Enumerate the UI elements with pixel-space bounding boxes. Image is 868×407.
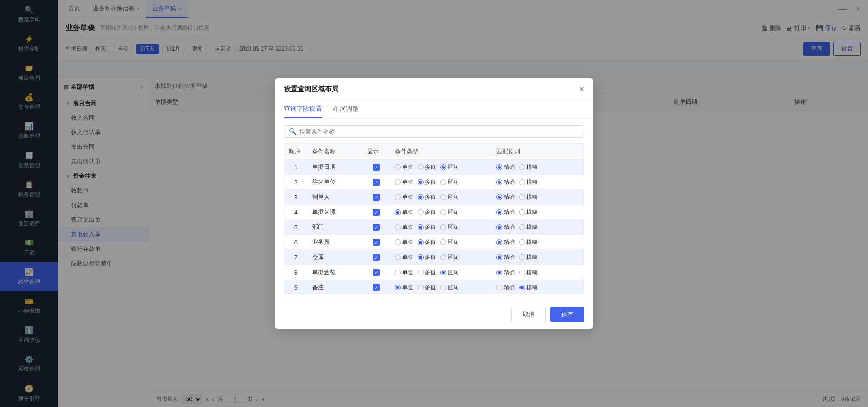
condition-search-input[interactable] xyxy=(299,128,579,135)
tab-query-fields[interactable]: 查询字段设置 xyxy=(284,100,322,118)
type-radio-type_single[interactable]: 单值 xyxy=(395,209,413,216)
type-radio-type_single[interactable]: 单值 xyxy=(395,178,413,186)
cell-match[interactable]: 精确模糊 xyxy=(492,160,584,175)
cell-order: 1 xyxy=(284,160,308,175)
match-radio-match_fuzzy[interactable]: 模糊 xyxy=(519,193,537,201)
cell-type[interactable]: 单值多值区间 xyxy=(390,280,492,294)
cell-type[interactable]: 单值多值区间 xyxy=(390,235,492,250)
type-radio-type_multi[interactable]: 多值 xyxy=(418,284,436,291)
match-radio-match_fuzzy[interactable]: 模糊 xyxy=(519,239,537,246)
cell-match[interactable]: 精确模糊 xyxy=(492,280,584,294)
type-radio-type_range[interactable]: 区间 xyxy=(440,254,459,261)
cell-show[interactable]: ✓ xyxy=(363,220,390,235)
type-radio-type_multi[interactable]: 多值 xyxy=(418,239,436,246)
match-radio-match_exact[interactable]: 精确 xyxy=(496,239,515,246)
cell-match[interactable]: 精确模糊 xyxy=(492,190,584,205)
cell-order: 8 xyxy=(284,265,308,280)
cell-show[interactable]: ✓ xyxy=(363,190,390,205)
cell-show[interactable]: ✓ xyxy=(363,205,390,220)
type-radio-type_single[interactable]: 单值 xyxy=(395,224,413,231)
cell-type[interactable]: 单值多值区间 xyxy=(390,265,492,280)
cell-show[interactable]: ✓ xyxy=(363,235,390,250)
type-radio-type_single[interactable]: 单值 xyxy=(395,284,413,291)
type-radio-type_range[interactable]: 区间 xyxy=(440,284,459,291)
cell-match[interactable]: 精确模糊 xyxy=(492,220,584,235)
match-radio-match_exact[interactable]: 精确 xyxy=(496,193,515,201)
type-radio-type_single[interactable]: 单值 xyxy=(395,239,413,246)
cell-type[interactable]: 单值多值区间 xyxy=(390,250,492,265)
radio-circle xyxy=(496,239,502,245)
type-radio-type_range[interactable]: 区间 xyxy=(440,163,459,171)
type-radio-type_range[interactable]: 区间 xyxy=(440,209,459,216)
type-radio-type_multi[interactable]: 多值 xyxy=(418,209,436,216)
match-radio-match_fuzzy[interactable]: 模糊 xyxy=(519,284,537,291)
match-radio-match_exact[interactable]: 精确 xyxy=(496,209,515,216)
match-radio-match_exact[interactable]: 精确 xyxy=(496,178,515,186)
type-radio-type_range[interactable]: 区间 xyxy=(440,193,459,201)
match-radio-match_fuzzy[interactable]: 模糊 xyxy=(519,209,537,216)
match-radio-match_exact[interactable]: 精确 xyxy=(496,269,515,276)
cell-type[interactable]: 单值多值区间 xyxy=(390,160,492,175)
match-radio-match_exact[interactable]: 精确 xyxy=(496,254,515,261)
cell-order: 6 xyxy=(284,235,308,250)
type-radio-type_multi[interactable]: 多值 xyxy=(418,193,436,201)
type-radio-type_range[interactable]: 区间 xyxy=(440,178,459,186)
cell-show[interactable]: ✓ xyxy=(363,175,390,190)
tab-layout[interactable]: 布局调整 xyxy=(333,100,358,118)
match-radio-match_exact[interactable]: 精确 xyxy=(496,284,515,291)
cell-type[interactable]: 单值多值区间 xyxy=(390,205,492,220)
type-radio-type_single[interactable]: 单值 xyxy=(395,193,413,201)
show-checkbox[interactable]: ✓ xyxy=(373,209,380,216)
type-radio-type_single[interactable]: 单值 xyxy=(395,269,413,276)
cell-type[interactable]: 单值多值区间 xyxy=(390,190,492,205)
cancel-button[interactable]: 取消 xyxy=(511,307,546,322)
match-radio-match_fuzzy[interactable]: 模糊 xyxy=(519,269,537,276)
cell-match[interactable]: 精确模糊 xyxy=(492,235,584,250)
settings-dialog: 设置查询区域布局 × 查询字段设置 布局调整 🔍 xyxy=(275,78,593,329)
type-radio-group: 单值多值区间 xyxy=(395,284,487,291)
cell-show[interactable]: ✓ xyxy=(363,160,390,175)
dialog-footer: 取消 保存 xyxy=(275,300,593,329)
match-radio-match_exact[interactable]: 精确 xyxy=(496,163,515,171)
cell-show[interactable]: ✓ xyxy=(363,250,390,265)
show-checkbox[interactable]: ✓ xyxy=(373,179,380,186)
show-checkbox[interactable]: ✓ xyxy=(373,224,380,231)
save-dialog-button[interactable]: 保存 xyxy=(550,307,584,322)
show-checkbox[interactable]: ✓ xyxy=(373,284,380,291)
type-radio-type_single[interactable]: 单值 xyxy=(395,163,413,171)
type-radio-type_multi[interactable]: 多值 xyxy=(418,178,436,186)
type-radio-type_multi[interactable]: 多值 xyxy=(418,163,436,171)
show-checkbox[interactable]: ✓ xyxy=(373,164,380,171)
dialog-close-button[interactable]: × xyxy=(579,85,584,93)
match-radio-match_fuzzy[interactable]: 模糊 xyxy=(519,178,537,186)
settings-row: 3制单人✓单值多值区间精确模糊 xyxy=(284,190,584,205)
show-checkbox[interactable]: ✓ xyxy=(373,254,380,261)
type-radio-type_single[interactable]: 单值 xyxy=(395,254,413,261)
match-radio-match_fuzzy[interactable]: 模糊 xyxy=(519,254,537,261)
show-checkbox[interactable]: ✓ xyxy=(373,239,380,246)
type-radio-type_range[interactable]: 区间 xyxy=(440,269,459,276)
show-checkbox[interactable]: ✓ xyxy=(373,269,380,276)
cell-show[interactable]: ✓ xyxy=(363,280,390,294)
cell-match[interactable]: 精确模糊 xyxy=(492,175,584,190)
cell-type[interactable]: 单值多值区间 xyxy=(390,220,492,235)
cell-match[interactable]: 精确模糊 xyxy=(492,250,584,265)
cell-name: 备注 xyxy=(308,280,363,294)
cell-match[interactable]: 精确模糊 xyxy=(492,265,584,280)
radio-circle xyxy=(418,270,424,275)
cell-match[interactable]: 精确模糊 xyxy=(492,205,584,220)
type-radio-type_multi[interactable]: 多值 xyxy=(418,254,436,261)
type-radio-type_range[interactable]: 区间 xyxy=(440,224,459,231)
cell-show[interactable]: ✓ xyxy=(363,265,390,280)
type-radio-type_multi[interactable]: 多值 xyxy=(418,269,436,276)
radio-circle xyxy=(496,254,502,260)
cell-type[interactable]: 单值多值区间 xyxy=(390,175,492,190)
radio-circle xyxy=(418,194,424,200)
type-radio-type_multi[interactable]: 多值 xyxy=(418,224,436,231)
show-checkbox[interactable]: ✓ xyxy=(373,194,380,201)
match-radio-match_fuzzy[interactable]: 模糊 xyxy=(519,163,537,171)
settings-row: 9备注✓单值多值区间精确模糊 xyxy=(284,280,584,294)
match-radio-match_fuzzy[interactable]: 模糊 xyxy=(519,224,537,231)
type-radio-type_range[interactable]: 区间 xyxy=(440,239,459,246)
match-radio-match_exact[interactable]: 精确 xyxy=(496,224,515,231)
